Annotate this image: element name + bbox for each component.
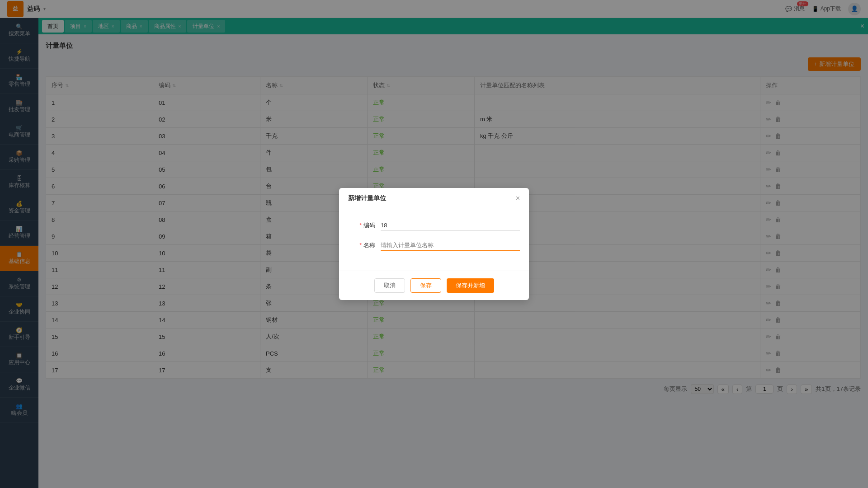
modal-header: 新增计量单位 × bbox=[339, 188, 529, 209]
modal-body: 编码 名称 bbox=[339, 209, 529, 271]
form-item-code: 编码 bbox=[348, 220, 520, 231]
modal-footer: 取消 保存 保存并新增 bbox=[339, 271, 529, 300]
modal-title: 新增计量单位 bbox=[348, 194, 386, 202]
cancel-button[interactable]: 取消 bbox=[374, 278, 405, 293]
code-label: 编码 bbox=[348, 221, 375, 230]
form-item-name: 名称 bbox=[348, 240, 520, 251]
save-button[interactable]: 保存 bbox=[410, 278, 441, 293]
add-unit-modal: 新增计量单位 × 编码 名称 取消 保存 保存并新增 bbox=[339, 188, 529, 300]
modal-overlay[interactable]: 新增计量单位 × 编码 名称 取消 保存 保存并新增 bbox=[0, 0, 868, 488]
code-input[interactable] bbox=[381, 220, 520, 231]
modal-close-button[interactable]: × bbox=[516, 194, 520, 202]
name-input[interactable] bbox=[381, 240, 520, 251]
name-label: 名称 bbox=[348, 241, 375, 249]
save-and-new-button[interactable]: 保存并新增 bbox=[447, 278, 494, 293]
